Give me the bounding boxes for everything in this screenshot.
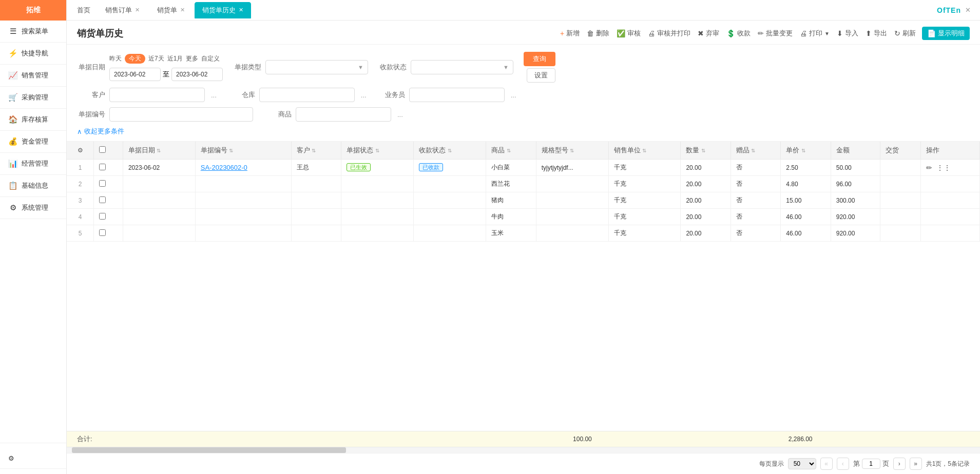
col-settings[interactable]: ⚙ xyxy=(67,142,94,160)
close-window-icon[interactable]: ✕ xyxy=(965,6,971,14)
sidebar-bottom-btn1[interactable]: ⚙ xyxy=(0,448,66,469)
shortcut-1month[interactable]: 近1月 xyxy=(167,54,183,63)
row-select-checkbox[interactable] xyxy=(99,229,106,236)
tab-sales-history[interactable]: 销货单历史 ✕ xyxy=(195,2,251,18)
customer-ellipsis[interactable]: ... xyxy=(211,91,217,99)
col-customer-sort[interactable]: ⇅ xyxy=(312,148,316,153)
col-customer[interactable]: 客户 ⇅ xyxy=(291,142,341,160)
row-checkbox-3[interactable] xyxy=(94,192,123,209)
row-select-checkbox[interactable] xyxy=(99,180,106,187)
warehouse-input[interactable] xyxy=(259,88,355,102)
settings-button[interactable]: 设置 xyxy=(527,68,555,83)
col-spec-type-sort[interactable]: ⇅ xyxy=(570,148,574,153)
shortcut-7days[interactable]: 近7天 xyxy=(148,54,164,63)
row-checkbox-4[interactable] xyxy=(94,209,123,225)
col-gift-sort[interactable]: ⇅ xyxy=(751,148,755,153)
date-from-input[interactable] xyxy=(109,68,161,81)
salesperson-ellipsis[interactable]: ... xyxy=(511,91,516,99)
col-quantity-sort[interactable]: ⇅ xyxy=(701,148,705,153)
col-spec-type[interactable]: 规格型号 ⇅ xyxy=(536,142,608,160)
filter-goods: 商品 ... xyxy=(263,107,403,122)
goods-input[interactable] xyxy=(296,107,391,122)
col-unit-price[interactable]: 单价 ⇅ xyxy=(781,142,831,160)
batch-change-button[interactable]: ✏ 批量变更 xyxy=(757,27,794,40)
goods-ellipsis[interactable]: ... xyxy=(397,111,403,118)
print-button[interactable]: 🖨 打印 ▼ xyxy=(799,27,831,40)
col-doc-date-sort[interactable]: ⇅ xyxy=(157,148,161,153)
col-goods-sort[interactable]: ⇅ xyxy=(507,148,511,153)
tab-sales-order[interactable]: 销售订单 ✕ xyxy=(98,2,147,18)
col-doc-status[interactable]: 单据状态 ⇅ xyxy=(341,142,414,160)
tab-sales-invoice[interactable]: 销货单 ✕ xyxy=(149,2,193,18)
tab-close-sales-history[interactable]: ✕ xyxy=(239,7,243,13)
expand-filter-button[interactable]: ∧ 收起更多条件 xyxy=(77,127,970,136)
salesperson-input[interactable] xyxy=(409,88,505,102)
audit-print-button[interactable]: 🖨 审核并打印 xyxy=(647,27,691,40)
row-checkbox-5[interactable] xyxy=(94,225,123,242)
tab-home[interactable]: 首页 xyxy=(72,3,95,18)
page-number-input[interactable] xyxy=(862,459,880,469)
sidebar-item-quick-nav[interactable]: ⚡ 快捷导航 xyxy=(0,43,66,65)
collection-status-select[interactable]: ▼ xyxy=(411,60,513,74)
col-collection-status-sort[interactable]: ⇅ xyxy=(448,148,452,153)
col-quantity[interactable]: 数量 ⇅ xyxy=(681,142,731,160)
first-page-button[interactable]: « xyxy=(820,458,833,470)
col-doc-num[interactable]: 单据编号 ⇅ xyxy=(195,142,291,160)
row-doc-num-1[interactable]: SA-20230602-0 xyxy=(195,160,291,176)
tab-close-sales-invoice[interactable]: ✕ xyxy=(180,7,185,13)
collect-button[interactable]: 💲 收款 xyxy=(725,27,752,40)
shortcut-today[interactable]: 今天 xyxy=(125,54,145,64)
delete-button[interactable]: 🗑 删除 xyxy=(586,27,610,40)
collect-icon: 💲 xyxy=(726,29,735,37)
row-checkbox-2[interactable] xyxy=(94,176,123,192)
sidebar-item-operations-mgmt[interactable]: 📊 经营管理 xyxy=(0,153,66,175)
add-button[interactable]: + 新增 xyxy=(559,27,581,40)
row-select-checkbox[interactable] xyxy=(99,164,106,170)
edit-icon[interactable]: ✏ xyxy=(926,164,932,172)
per-page-select[interactable]: 50 100 200 xyxy=(788,458,816,469)
sidebar-item-purchase-mgmt[interactable]: 🛒 采购管理 xyxy=(0,87,66,109)
sidebar-item-finance-mgmt[interactable]: 💰 资金管理 xyxy=(0,131,66,153)
shortcut-yesterday[interactable]: 昨天 xyxy=(109,54,122,63)
shortcut-more[interactable]: 更多 xyxy=(186,54,198,63)
sidebar-item-system-mgmt[interactable]: ⚙ 系统管理 xyxy=(0,197,66,219)
doc-num-link[interactable]: SA-20230602-0 xyxy=(201,164,247,171)
col-doc-num-sort[interactable]: ⇅ xyxy=(229,148,233,153)
sidebar-item-sales-mgmt[interactable]: 📈 销售管理 xyxy=(0,65,66,87)
col-sales-unit[interactable]: 销售单位 ⇅ xyxy=(608,142,681,160)
col-collection-status[interactable]: 收款状态 ⇅ xyxy=(414,142,486,160)
date-to-input[interactable] xyxy=(171,68,223,81)
warehouse-ellipsis[interactable]: ... xyxy=(361,91,367,99)
show-detail-button[interactable]: 📄 显示明细 xyxy=(922,27,970,40)
row-checkbox-1[interactable] xyxy=(94,160,123,176)
row-select-checkbox[interactable] xyxy=(99,213,106,220)
sidebar-item-search-menu[interactable]: ☰ 搜索菜单 xyxy=(0,21,66,43)
more-icon[interactable]: ⋮⋮ xyxy=(936,164,951,172)
last-page-button[interactable]: » xyxy=(910,458,922,470)
sidebar-item-inventory[interactable]: 🏠 库存核算 xyxy=(0,109,66,131)
col-unit-price-sort[interactable]: ⇅ xyxy=(801,148,805,153)
col-doc-date[interactable]: 单据日期 ⇅ xyxy=(123,142,195,160)
select-all-checkbox[interactable] xyxy=(99,146,106,153)
import-button[interactable]: ⬇ 导入 xyxy=(836,27,859,40)
prev-page-button[interactable]: ‹ xyxy=(837,458,849,470)
row-select-checkbox[interactable] xyxy=(99,196,106,203)
col-gift[interactable]: 赠品 ⇅ xyxy=(731,142,780,160)
next-page-button[interactable]: › xyxy=(893,458,906,470)
query-button[interactable]: 查询 xyxy=(524,52,555,66)
col-goods[interactable]: 商品 ⇅ xyxy=(486,142,536,160)
doc-num-input[interactable] xyxy=(109,107,253,122)
col-checkbox[interactable] xyxy=(94,142,123,160)
horizontal-scrollbar[interactable] xyxy=(67,447,980,453)
refresh-button[interactable]: ↻ 刷新 xyxy=(893,27,917,40)
shortcut-custom[interactable]: 自定义 xyxy=(201,54,220,63)
audit-button[interactable]: ✅ 审核 xyxy=(616,27,642,40)
col-sales-unit-sort[interactable]: ⇅ xyxy=(642,148,646,153)
doc-type-select[interactable]: ▼ xyxy=(265,60,368,74)
tab-close-sales-order[interactable]: ✕ xyxy=(135,7,140,13)
export-button[interactable]: ⬆ 导出 xyxy=(864,27,888,40)
sidebar-item-basic-info[interactable]: 📋 基础信息 xyxy=(0,175,66,197)
col-doc-status-sort[interactable]: ⇅ xyxy=(375,148,379,153)
abandon-button[interactable]: ✖ 弃审 xyxy=(697,27,720,40)
customer-input[interactable] xyxy=(109,88,205,102)
